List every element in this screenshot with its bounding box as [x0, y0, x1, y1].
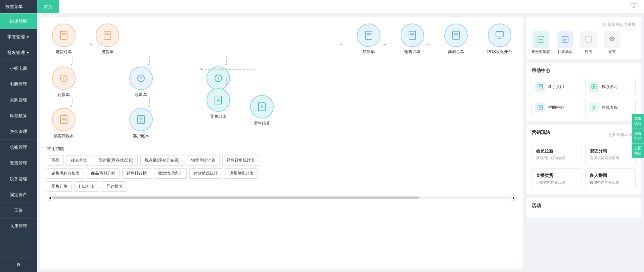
- scroll-right-btn[interactable]: ▶: [511, 195, 516, 200]
- member-desc: 吸引用户成为会员: [536, 155, 578, 161]
- pos-node[interactable]: POS收银开台: [483, 24, 516, 55]
- purchase-receipt-node[interactable]: 进货单: [91, 24, 124, 55]
- sidebar-item-invoice[interactable]: 发票管理: [0, 155, 37, 171]
- sidebar-item-retail[interactable]: 零售管理 ▼: [0, 29, 37, 45]
- online-icon: [589, 102, 599, 112]
- payment-voucher-node[interactable]: ¥ 付款单: [47, 66, 81, 98]
- sidebar-item-retail-label: 零售管理: [7, 34, 25, 40]
- mall-order-col: 商城订单: [439, 24, 473, 55]
- more-marketing-link[interactable]: 更多营销玩法 >: [608, 132, 636, 138]
- func-btn-payment-stat[interactable]: 付款情况统计: [189, 168, 222, 179]
- func-btn-product-margin[interactable]: 商品毛利分析: [87, 168, 120, 179]
- fullscreen-button[interactable]: ⤢: [631, 3, 637, 10]
- sidebar-item-warehouse-label: 仓库管理: [10, 223, 27, 229]
- svg-rect-12: [409, 31, 416, 39]
- func-grid-row3: 零售开单 门店排名 导购排名: [47, 181, 516, 192]
- svg-point-32: [140, 117, 142, 120]
- marketing-item-groupbuy[interactable]: 多人拼团 拼团购物享受优惠: [585, 168, 636, 189]
- func-btn-product[interactable]: 商品: [47, 155, 64, 166]
- help-item-online[interactable]: 在线客服: [585, 99, 636, 116]
- scroll-left-btn[interactable]: ◀: [47, 195, 52, 200]
- sidebar-item-purchase[interactable]: 采购管理: [0, 92, 37, 108]
- sales-receipt-label: 销售单: [363, 49, 375, 55]
- sidebar-item-warehouse[interactable]: 仓库管理: [0, 219, 37, 234]
- groupbuy-desc: 拼团购物享受优惠: [590, 180, 631, 185]
- float-btn-community[interactable]: 服务社区: [632, 129, 644, 144]
- receipt-voucher-node[interactable]: ¥ 收款单: [124, 66, 158, 98]
- retail-outbound-node[interactable]: 零售出库: [201, 88, 235, 120]
- func-btn-receipt-stat[interactable]: 收款情况统计: [154, 168, 187, 179]
- empty-label: 暂无: [585, 49, 592, 54]
- sidebar-item-payroll[interactable]: 工资: [0, 203, 37, 219]
- func-btn-stock-dist[interactable]: 现存量(库存分布表): [140, 155, 184, 166]
- sidebar-item-assets[interactable]: 固定资产: [0, 187, 37, 203]
- scroll-thumb: [52, 196, 419, 199]
- float-btn-desktop[interactable]: 桌面快捷: [632, 143, 644, 158]
- sales-receipt-node[interactable]: 销售单: [352, 24, 385, 55]
- sidebar-item-wholesale[interactable]: 批发管理 ▼: [0, 45, 37, 61]
- func-btn-sales-stat[interactable]: 销货单统计表: [187, 155, 220, 166]
- pos-label: POS收银开台: [487, 49, 512, 55]
- svg-rect-4: [104, 31, 111, 39]
- customer-ledger-label: 客户账本: [133, 133, 149, 139]
- func-btn-retail-order[interactable]: 零售开单: [47, 181, 72, 192]
- svg-marker-53: [593, 86, 595, 88]
- sidebar-item-finance[interactable]: 资金管理: [0, 124, 37, 140]
- wholesale-arrow-icon: ▼: [26, 51, 30, 55]
- sidebar-item-ledger[interactable]: 总账管理: [0, 140, 37, 155]
- mall-order-node[interactable]: 商城订单: [439, 24, 473, 55]
- payment-voucher-label: 付款单: [58, 92, 70, 98]
- func-btn-salesorder-stat[interactable]: 销售订单统计表: [222, 155, 259, 166]
- retail-settlement-node[interactable]: ¥ 零售结算: [245, 95, 279, 126]
- quick-icon-settings[interactable]: 设置: [604, 31, 620, 54]
- func-btn-counterpart[interactable]: 往来单位: [66, 155, 91, 166]
- sidebar-item-invoice-label: 发票管理: [10, 160, 27, 166]
- online-label: 在线客服: [602, 105, 618, 110]
- sidebar-item-ecommerce[interactable]: 小畅电商: [0, 61, 37, 77]
- search-menu-btn[interactable]: 搜索菜单: [0, 0, 37, 13]
- svg-text:¥: ¥: [62, 76, 65, 81]
- sidebar-item-ecommerce-label: 小畅电商: [10, 65, 27, 72]
- sidebar-item-ecommercemanage[interactable]: 电商管理: [0, 77, 37, 92]
- quick-icon-cashflow[interactable]: 现金流量表: [532, 31, 550, 54]
- cashflow-icon-box: [533, 31, 549, 48]
- func-btn-store-rank[interactable]: 门店排名: [75, 181, 99, 192]
- home-tab-label: 首页: [44, 4, 52, 10]
- func-btn-sales-margin[interactable]: 销售毛利分析表: [47, 168, 84, 179]
- supplier-ledger-node[interactable]: 供应商账本: [47, 108, 81, 139]
- func-btn-stock-status[interactable]: 现存量(库存状况表): [94, 155, 138, 166]
- top-bar: 搜索菜单 首页 ⤢: [0, 0, 644, 13]
- home-tab[interactable]: 首页: [37, 0, 59, 13]
- func-btn-sales-rank[interactable]: 销售排行榜: [122, 168, 151, 179]
- help-center-title: 帮助中心: [532, 68, 636, 74]
- customize-link[interactable]: ⚙ 首页自定义设置: [602, 22, 636, 28]
- svg-rect-46: [586, 36, 592, 42]
- sidebar-item-inventory[interactable]: 库存核算: [0, 108, 37, 124]
- marketing-title: 营销玩法: [532, 130, 550, 136]
- sidebar-item-quicknav[interactable]: 快捷导航: [0, 13, 37, 29]
- sales-order-node[interactable]: 销售订单: [396, 24, 429, 55]
- marketing-item-live[interactable]: 直播卖货 场景式购物新玩法: [532, 168, 582, 189]
- help-item-video[interactable]: 视频学习: [585, 78, 636, 95]
- mall-order-label: 商城订单: [448, 49, 464, 55]
- quick-icon-empty[interactable]: 暂无: [580, 31, 597, 54]
- func-btn-guide-rank[interactable]: 导购排名: [102, 181, 127, 192]
- help-item-helpcenter[interactable]: 帮助中心: [532, 99, 582, 116]
- sidebar-item-inventory-label: 库存核算: [10, 113, 27, 119]
- sales-receipt-col: 销售单: [352, 24, 385, 55]
- activity-panel: 活动: [526, 198, 641, 218]
- customer-ledger-node[interactable]: 客户账本: [124, 108, 158, 139]
- right-panel: ⚙ 首页自定义设置 现金流量表 往来单位: [526, 17, 641, 269]
- func-btn-purchase-stat[interactable]: 进货单统计表: [225, 168, 258, 179]
- empty-icon-box: [580, 31, 597, 48]
- purchase-order-col: 进货订单: [47, 24, 81, 55]
- sidebar-gear-btn[interactable]: ⚙: [0, 257, 37, 272]
- sidebar-item-tax[interactable]: 税务管理: [0, 171, 37, 187]
- float-btn-hotline[interactable]: 客服热线: [632, 114, 644, 129]
- scroll-bar[interactable]: ◀ ▶: [47, 195, 516, 200]
- quick-icon-counterpart[interactable]: 往来单位: [557, 31, 573, 54]
- marketing-item-fission[interactable]: 裂变分销 裂变式发展分销商: [585, 144, 636, 165]
- purchase-order-node[interactable]: 进货订单: [47, 24, 81, 55]
- marketing-item-member[interactable]: 会员拉新 吸引用户成为会员: [532, 144, 582, 165]
- help-item-newbie[interactable]: 新手入门: [532, 78, 582, 95]
